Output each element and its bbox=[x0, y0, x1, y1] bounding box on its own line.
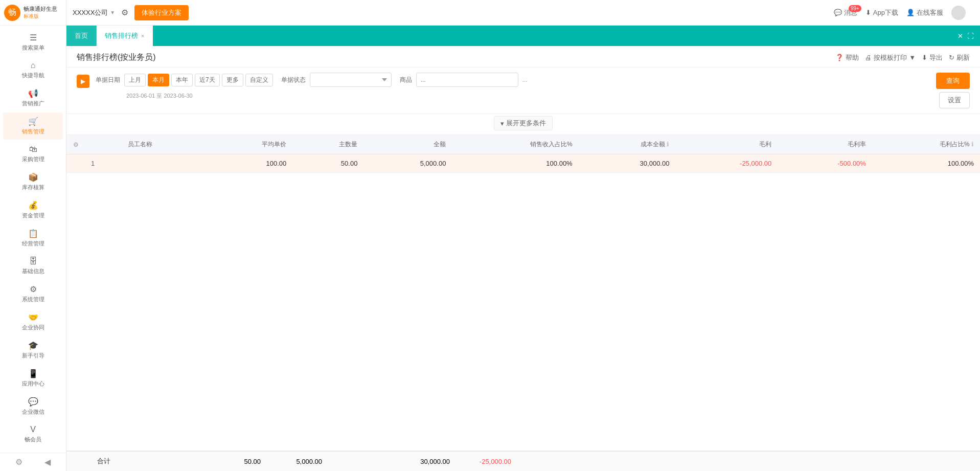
row-gross: -25,000.00 bbox=[675, 154, 778, 173]
tab-home[interactable]: 首页 bbox=[66, 26, 97, 46]
template-print-button[interactable]: 🖨 按模板打印 ▼ bbox=[865, 53, 916, 62]
sidebar-item-inventory[interactable]: 📦 库存核算 bbox=[3, 168, 63, 195]
footer-total: 5,000.00 bbox=[261, 458, 322, 465]
filter-actions-right: 查询 设置 bbox=[936, 73, 970, 108]
gross-pct-info-icon[interactable]: ℹ bbox=[971, 141, 974, 148]
status-filter-label: 单据状态 bbox=[281, 76, 306, 84]
expand-more-button[interactable]: ▾ 展开更多条件 bbox=[494, 116, 553, 130]
sidebar-label-inventory: 库存核算 bbox=[22, 184, 44, 191]
date-btn-this-month[interactable]: 本月 bbox=[148, 74, 169, 86]
refresh-button[interactable]: ↻ 刷新 bbox=[949, 53, 970, 62]
logo-icon: 畅 bbox=[4, 5, 20, 21]
more-options-link[interactable]: ... bbox=[522, 76, 528, 83]
print-label: 按模板打印 bbox=[874, 53, 907, 62]
tab-close-icon[interactable]: × bbox=[141, 33, 144, 39]
row-cost: 30,000.00 bbox=[579, 154, 676, 173]
logo-sub-title: 标准版 bbox=[24, 13, 57, 20]
settings-footer-icon[interactable]: ⚙ bbox=[15, 457, 22, 467]
company-name: XXXXX公司 bbox=[73, 8, 108, 17]
user-avatar[interactable] bbox=[951, 6, 966, 20]
table-footer: 合计 50.00 5,000.00 30,000.00 -25,000.00 bbox=[66, 451, 980, 471]
date-range-row: 2023-06-01 至 2023-06-30 bbox=[96, 92, 936, 100]
sidebar: 畅 畅康通好生意 标准版 ☰ 搜索菜单 ⌂ 快捷导航 📢 营销推广 🛒 销售管理… bbox=[0, 0, 66, 471]
finance-icon: 💰 bbox=[28, 200, 38, 210]
sidebar-item-guide[interactable]: 🎓 新手引导 bbox=[3, 337, 63, 364]
sidebar-item-apps[interactable]: 📱 应用中心 bbox=[3, 365, 63, 392]
service-icon: 👤 bbox=[906, 9, 915, 16]
col-gross-header: 毛利 bbox=[675, 135, 778, 154]
sidebar-label-wechat: 企业微信 bbox=[22, 408, 44, 416]
goods-filter-label: 商品 bbox=[400, 76, 412, 84]
footer-cost: 30,000.00 bbox=[383, 458, 450, 465]
sidebar-item-search[interactable]: ☰ 搜索菜单 bbox=[3, 29, 63, 56]
date-btn-custom[interactable]: 自定义 bbox=[245, 74, 273, 86]
help-icon: ❓ bbox=[835, 54, 844, 61]
goods-input[interactable] bbox=[416, 73, 518, 87]
apps-icon: 📱 bbox=[28, 369, 38, 378]
help-button[interactable]: ❓ 帮助 bbox=[835, 53, 859, 62]
footer-main-qty: 50.00 bbox=[210, 458, 261, 465]
app-download-action[interactable]: ⬇ App下载 bbox=[865, 8, 898, 17]
tab-minimize-icon[interactable]: ✕ bbox=[958, 32, 963, 40]
export-button[interactable]: ⬇ 导出 bbox=[922, 53, 943, 62]
date-btn-this-year[interactable]: 本年 bbox=[171, 74, 193, 86]
refresh-label: 刷新 bbox=[956, 53, 970, 62]
status-select[interactable] bbox=[310, 73, 392, 87]
col-cost-header: 成本全额 ℹ bbox=[579, 135, 676, 154]
print-dropdown-icon: ▼ bbox=[909, 54, 916, 61]
col-settings-header[interactable]: ⚙ bbox=[66, 135, 85, 154]
tab-sales-ranking[interactable]: 销售排行榜 × bbox=[97, 26, 153, 46]
row-name bbox=[122, 154, 207, 173]
tab-maximize-icon[interactable]: ⛶ bbox=[967, 32, 974, 40]
sidebar-item-basic[interactable]: 🗄 基础信息 bbox=[3, 253, 63, 279]
date-btn-last-month[interactable]: 上月 bbox=[124, 74, 146, 86]
cost-info-icon[interactable]: ℹ bbox=[667, 141, 669, 148]
expand-icon[interactable]: ▶ bbox=[77, 75, 89, 88]
online-service-action[interactable]: 👤 在线客服 bbox=[906, 8, 943, 17]
date-range-text: 2023-06-01 至 2023-06-30 bbox=[126, 92, 193, 100]
inventory-icon: 📦 bbox=[28, 172, 38, 182]
basic-icon: 🗄 bbox=[29, 257, 37, 266]
sidebar-item-shortcut[interactable]: ⌂ 快捷导航 bbox=[3, 57, 63, 83]
collab-icon: 🤝 bbox=[28, 312, 38, 322]
sidebar-item-sales[interactable]: 🛒 销售管理 bbox=[3, 113, 63, 140]
row-main-qty: 50.00 bbox=[292, 154, 363, 173]
purchase-icon: 🛍 bbox=[29, 145, 37, 154]
sidebar-item-marketing[interactable]: 📢 营销推广 bbox=[3, 84, 63, 111]
filter-fields: 单据日期 上月 本月 本年 近7天 更多 自定义 单据状态 bbox=[96, 73, 936, 100]
collapse-sidebar-icon[interactable]: ◀ bbox=[44, 457, 51, 467]
status-filter-group: 单据状态 bbox=[281, 73, 392, 87]
filter-settings-button[interactable]: 设置 bbox=[939, 92, 970, 108]
message-action[interactable]: 💬 消息 99+ bbox=[834, 8, 857, 17]
date-btn-7days[interactable]: 近7天 bbox=[195, 74, 220, 86]
row-total: 5,000.00 bbox=[363, 154, 452, 173]
footer-total-label: 合计 bbox=[97, 457, 148, 466]
sidebar-item-purchase[interactable]: 🛍 采购管理 bbox=[3, 141, 63, 167]
sidebar-item-collab[interactable]: 🤝 企业协同 bbox=[3, 308, 63, 335]
expand-arrow-btn[interactable]: ▶ bbox=[77, 75, 89, 88]
company-selector[interactable]: XXXXX公司 ▼ bbox=[73, 8, 115, 17]
logo-app-name: 畅康通好生意 bbox=[24, 5, 57, 12]
col-gross-rate-header: 毛利率 bbox=[778, 135, 872, 154]
sidebar-item-operations[interactable]: 📋 经营管理 bbox=[3, 225, 63, 252]
date-btn-more[interactable]: 更多 bbox=[222, 74, 243, 86]
col-main-qty-header: 主数量 bbox=[292, 135, 363, 154]
trial-button[interactable]: 体验行业方案 bbox=[134, 5, 189, 20]
sidebar-item-finance[interactable]: 💰 资金管理 bbox=[3, 196, 63, 223]
sidebar-footer: ⚙ ◀ bbox=[0, 453, 66, 471]
sidebar-label-guide: 新手引导 bbox=[22, 352, 44, 360]
main-area: XXXXX公司 ▼ ⚙ 体验行业方案 💬 消息 99+ ⬇ App下载 👤 在线… bbox=[66, 0, 980, 471]
tab-home-label: 首页 bbox=[75, 31, 88, 40]
sidebar-item-system[interactable]: ⚙ 系统管理 bbox=[3, 280, 63, 307]
goods-filter-group: 商品 ... bbox=[400, 73, 528, 87]
sidebar-label-finance: 资金管理 bbox=[22, 212, 44, 219]
table-header: ⚙ 员工名称 平均单价 主数量 全额 销售收入占比% 成本全额 ℹ 毛利 毛利率 bbox=[66, 135, 980, 154]
sidebar-item-member[interactable]: V 畅会员 bbox=[3, 421, 63, 447]
filter-row-1: 单据日期 上月 本月 本年 近7天 更多 自定义 单据状态 bbox=[96, 73, 936, 87]
sidebar-label-sales: 销售管理 bbox=[22, 128, 44, 136]
sidebar-item-wechat[interactable]: 💬 企业微信 bbox=[3, 393, 63, 420]
col-gross-pct-header: 毛利占比% ℹ bbox=[872, 135, 980, 154]
col-avg-price-header: 平均单价 bbox=[207, 135, 292, 154]
topbar-settings-icon[interactable]: ⚙ bbox=[121, 8, 128, 17]
query-button[interactable]: 查询 bbox=[936, 73, 970, 89]
